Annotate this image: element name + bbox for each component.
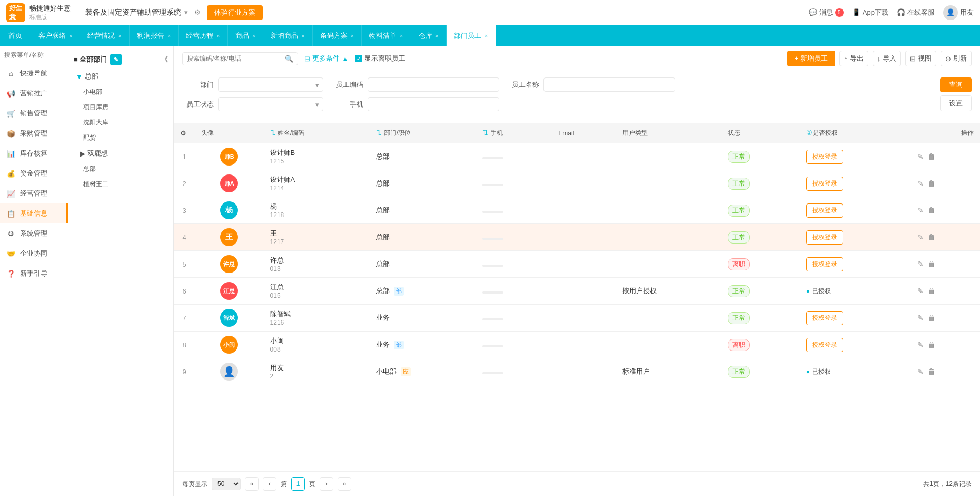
delete-icon[interactable]: 🗑 [928,260,935,268]
sidebar-item-sales[interactable]: 🛒 销售管理 [0,103,68,123]
sidebar-item-purchase[interactable]: 📦 采购管理 [0,123,68,143]
edit-icon[interactable]: ✎ [917,341,924,349]
edit-icon[interactable]: ✎ [917,206,924,215]
edit-icon[interactable]: ✎ [917,367,924,376]
close-icon[interactable]: × [69,33,72,39]
delete-icon[interactable]: 🗑 [928,341,935,349]
print-button[interactable]: ⊙ 刷新 [941,51,972,66]
next-page-button[interactable]: › [320,477,333,491]
close-icon[interactable]: × [167,33,171,39]
tab-warehouse[interactable]: 仓库 × [411,25,447,46]
app-download-button[interactable]: 📱 App下载 [852,8,888,17]
row-email [552,224,616,251]
close-icon[interactable]: × [301,33,304,39]
dept-node-plant-king[interactable]: 植树王二 [68,177,173,192]
dept-edit-icon[interactable]: ✎ [110,54,122,65]
edit-icon[interactable]: ✎ [917,233,924,241]
close-icon[interactable]: × [216,33,220,39]
dept-node-distribution[interactable]: 配货 [68,130,173,145]
close-icon[interactable]: × [118,33,121,39]
auth-login-button[interactable]: 授权登录 [806,311,843,325]
delete-icon[interactable]: 🗑 [928,287,935,295]
edit-icon[interactable]: ✎ [917,260,924,268]
sidebar-item-marketing[interactable]: 📢 营销推广 [0,83,68,103]
system-dropdown-icon[interactable]: ▾ [184,8,188,16]
set-button[interactable]: 设置 [940,95,972,111]
sidebar-item-enterprise[interactable]: 🤝 企业协同 [0,244,68,264]
tab-operations[interactable]: 经营情况 × [80,25,129,46]
dept-node-small-elec[interactable]: 小电部 [68,84,173,100]
add-employee-button[interactable]: + 新增员工 [787,51,835,66]
edit-icon[interactable]: ✎ [917,152,924,161]
dept-node-shuanglu[interactable]: ▶ 双鹿想 [68,145,173,161]
auth-login-button[interactable]: 授权登录 [806,177,843,191]
close-icon[interactable]: × [351,33,354,39]
tab-department[interactable]: 部门员工 × [447,25,496,46]
dept-node-shenyang[interactable]: 沈阳大库 [68,115,173,130]
delete-icon[interactable]: 🗑 [928,206,935,215]
close-icon[interactable]: × [400,33,403,39]
close-icon[interactable]: × [435,33,439,39]
delete-icon[interactable]: 🗑 [928,233,935,241]
auth-login-button[interactable]: 授权登录 [806,150,843,164]
row-auth: 授权登录 [800,197,912,224]
tab-history[interactable]: 经营历程 × [179,25,227,46]
dept-node-head[interactable]: 总部 [68,161,173,177]
sidebar-item-finance[interactable]: 💰 资金管理 [0,163,68,183]
emp-name-input[interactable] [543,77,675,92]
close-icon[interactable]: × [484,33,488,39]
auth-login-button[interactable]: 授权登录 [806,257,843,271]
query-button[interactable]: 查询 [940,77,972,92]
col-dept[interactable]: ⇅ 部门/职位 [370,123,476,143]
sidebar-item-basic-info[interactable]: 📋 基础信息 [0,203,68,223]
export-button[interactable]: ↑ 导出 [839,51,868,66]
tab-barcode[interactable]: 条码方案 × [313,25,362,46]
last-page-button[interactable]: » [338,477,351,491]
delete-icon[interactable]: 🗑 [928,314,935,322]
tab-customer[interactable]: 客户联络 × [31,25,80,46]
col-phone[interactable]: ⇅ 手机 [476,123,552,143]
edit-icon[interactable]: ✎ [917,314,924,322]
sidebar-item-guide[interactable]: ❓ 新手引导 [0,264,68,284]
page-size-select[interactable]: 50 20 100 [212,478,241,490]
col-name[interactable]: ⇅ 姓名/编码 [264,123,370,143]
status-select[interactable] [218,97,323,111]
auth-login-button[interactable]: 授权登录 [806,203,843,218]
tab-bom[interactable]: 物料清单 × [362,25,411,46]
close-icon[interactable]: × [252,33,255,39]
online-service-button[interactable]: 🎧 在线客服 [897,8,935,17]
tab-profit[interactable]: 利润报告 × [130,25,179,46]
delete-icon[interactable]: 🗑 [928,152,935,161]
trial-button[interactable]: 体验行业方案 [207,5,263,20]
phone-input[interactable] [368,97,499,111]
prev-page-button[interactable]: ‹ [263,477,276,491]
sidebar-item-inventory[interactable]: 📊 库存核算 [0,143,68,163]
table-gear-icon[interactable]: ⚙ [180,129,186,137]
user-area[interactable]: 👤 用友 [943,5,974,20]
dept-collapse-icon[interactable]: 《 [161,55,168,64]
dept-select[interactable] [218,77,323,92]
auth-login-button[interactable]: 授权登录 [806,338,843,352]
tab-goods[interactable]: 商品 × [228,25,263,46]
settings-icon[interactable]: ⚙ [194,8,201,16]
auth-login-button[interactable]: 授权登录 [806,230,843,245]
first-page-button[interactable]: « [245,477,259,491]
view-button[interactable]: ⊞ 视图 [905,51,936,66]
tab-home[interactable]: 首页 [0,25,31,46]
tab-add-goods[interactable]: 新增商品 × [263,25,312,46]
sidebar-item-quick-nav[interactable]: ⌂ 快捷导航 [0,63,68,83]
dept-node-project-store[interactable]: 项目库房 [68,100,173,115]
more-conditions-button[interactable]: ⊟ 更多条件 ▲ [304,54,349,63]
sidebar-item-system[interactable]: ⚙ 系统管理 [0,223,68,244]
delete-icon[interactable]: 🗑 [928,179,935,188]
search-input[interactable] [187,55,285,62]
edit-icon[interactable]: ✎ [917,287,924,295]
emp-code-input[interactable] [368,77,499,92]
sidebar-item-operations[interactable]: 📈 经营管理 [0,183,68,203]
edit-icon[interactable]: ✎ [917,179,924,188]
import-button[interactable]: ↓ 导入 [873,51,902,66]
show-resigned-toggle[interactable]: ✓ 显示离职员工 [355,54,405,63]
message-button[interactable]: 💬 消息 5 [809,8,844,17]
dept-node-headquarters[interactable]: ▼ 总部 [68,69,173,84]
delete-icon[interactable]: 🗑 [928,367,935,376]
